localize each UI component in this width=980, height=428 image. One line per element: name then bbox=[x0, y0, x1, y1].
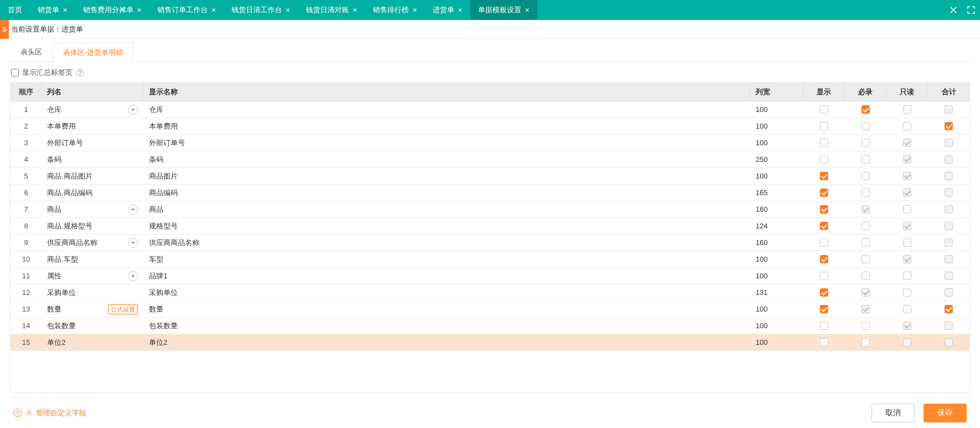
inner-tab[interactable]: 表体区-进货单明细 bbox=[53, 43, 134, 62]
required-checkbox[interactable] bbox=[861, 222, 870, 230]
show-checkbox[interactable] bbox=[820, 238, 828, 247]
cancel-button[interactable]: 取消 bbox=[871, 404, 915, 422]
top-tab[interactable]: 单据模板设置✕ bbox=[470, 0, 537, 20]
show-checkbox[interactable] bbox=[820, 205, 828, 213]
cell-width[interactable]: 100 bbox=[750, 105, 803, 114]
required-checkbox[interactable] bbox=[861, 238, 870, 247]
add-icon[interactable]: + bbox=[128, 238, 138, 248]
help-icon[interactable]: ? bbox=[76, 69, 84, 77]
footer-help-icon[interactable]: ? bbox=[13, 409, 22, 417]
readonly-checkbox[interactable] bbox=[903, 288, 911, 297]
table-row[interactable]: 11属性+品牌1100 bbox=[11, 268, 969, 284]
cell-width[interactable]: 165 bbox=[750, 188, 803, 197]
top-tab[interactable]: 销售排行榜✕ bbox=[365, 0, 425, 20]
show-checkbox[interactable] bbox=[820, 272, 828, 280]
show-checkbox[interactable] bbox=[820, 288, 828, 297]
table-row[interactable]: 15单位2单位2100 bbox=[11, 334, 969, 351]
table-row[interactable]: 2本单费用本单费用100 bbox=[11, 118, 969, 135]
show-checkbox[interactable] bbox=[820, 305, 828, 313]
cell-display-name[interactable]: 商品编码 bbox=[143, 188, 750, 198]
cell-width[interactable]: 100 bbox=[750, 139, 803, 147]
cell-width[interactable]: 100 bbox=[750, 172, 803, 180]
cell-width[interactable]: 131 bbox=[750, 288, 803, 297]
show-checkbox[interactable] bbox=[820, 188, 828, 197]
show-checkbox[interactable] bbox=[820, 122, 828, 130]
required-checkbox[interactable] bbox=[861, 105, 870, 114]
table-row[interactable]: 8商品.规格型号规格型号124 bbox=[11, 218, 969, 235]
show-checkbox[interactable] bbox=[820, 222, 828, 230]
cell-display-name[interactable]: 数量 bbox=[143, 304, 750, 314]
table-row[interactable]: 13数量公式设置数量100 bbox=[11, 301, 969, 318]
table-row[interactable]: 7商品+商品160 bbox=[11, 201, 969, 218]
table-row[interactable]: 12采购单位采购单位131 bbox=[11, 284, 969, 301]
cell-display-name[interactable]: 品牌1 bbox=[143, 271, 750, 281]
show-summary-checkbox[interactable] bbox=[11, 69, 19, 77]
total-checkbox[interactable] bbox=[945, 122, 953, 130]
top-tab[interactable]: 销售费用分摊单✕ bbox=[75, 0, 150, 20]
table-row[interactable]: 3外部订单号外部订单号100 bbox=[11, 135, 969, 151]
top-tab[interactable]: 进货单✕ bbox=[425, 0, 470, 20]
cell-display-name[interactable]: 外部订单号 bbox=[143, 138, 750, 148]
cell-display-name[interactable]: 条码 bbox=[143, 155, 750, 165]
cell-display-name[interactable]: 规格型号 bbox=[143, 221, 750, 231]
readonly-checkbox[interactable] bbox=[903, 272, 911, 280]
top-tab[interactable]: 首页 bbox=[0, 0, 30, 20]
close-icon[interactable]: ✕ bbox=[211, 7, 216, 14]
required-checkbox[interactable] bbox=[861, 322, 870, 330]
add-icon[interactable]: + bbox=[128, 205, 138, 215]
required-checkbox[interactable] bbox=[861, 272, 870, 280]
show-checkbox[interactable] bbox=[820, 155, 828, 164]
show-checkbox[interactable] bbox=[820, 172, 828, 180]
close-icon[interactable]: ✕ bbox=[137, 7, 142, 14]
total-checkbox[interactable] bbox=[945, 305, 953, 313]
readonly-checkbox[interactable] bbox=[903, 238, 911, 247]
formula-tag[interactable]: 公式设置 bbox=[108, 304, 138, 314]
cell-width[interactable]: 250 bbox=[750, 155, 803, 164]
save-button[interactable]: 保存 bbox=[923, 404, 967, 422]
table-row[interactable]: 9供应商商品名称+供应商商品名称160 bbox=[11, 235, 969, 251]
cell-display-name[interactable]: 供应商商品名称 bbox=[143, 238, 750, 248]
manage-custom-fields-link[interactable]: 管理自定义字段 bbox=[36, 408, 86, 418]
required-checkbox[interactable] bbox=[861, 122, 870, 130]
top-tab[interactable]: 销货单✕ bbox=[30, 0, 75, 20]
required-checkbox[interactable] bbox=[861, 155, 870, 164]
required-checkbox[interactable] bbox=[861, 338, 870, 347]
close-tab-icon[interactable] bbox=[945, 0, 962, 20]
top-tab[interactable]: 销售订单工作台✕ bbox=[150, 0, 224, 20]
cell-width[interactable]: 124 bbox=[750, 222, 803, 230]
cell-width[interactable]: 100 bbox=[750, 322, 803, 330]
top-tab[interactable]: 钱货日清工作台✕ bbox=[224, 0, 298, 20]
cell-width[interactable]: 100 bbox=[750, 338, 803, 347]
close-icon[interactable]: ✕ bbox=[525, 7, 530, 14]
fullscreen-icon[interactable] bbox=[962, 0, 980, 20]
close-icon[interactable]: ✕ bbox=[412, 7, 417, 14]
cell-display-name[interactable]: 仓库 bbox=[143, 105, 750, 115]
table-row[interactable]: 1仓库+仓库100 bbox=[11, 101, 969, 118]
show-checkbox[interactable] bbox=[820, 139, 828, 147]
cell-width[interactable]: 100 bbox=[750, 122, 803, 130]
required-checkbox[interactable] bbox=[861, 255, 870, 263]
cell-width[interactable]: 100 bbox=[750, 305, 803, 313]
close-icon[interactable]: ✕ bbox=[285, 7, 290, 14]
readonly-checkbox[interactable] bbox=[903, 105, 911, 114]
add-icon[interactable]: + bbox=[128, 271, 138, 281]
show-checkbox[interactable] bbox=[820, 105, 828, 114]
inner-tab[interactable]: 表头区 bbox=[10, 42, 53, 62]
cell-width[interactable]: 160 bbox=[750, 238, 803, 247]
table-row[interactable]: 6商品.商品编码商品编码165 bbox=[11, 185, 969, 201]
show-checkbox[interactable] bbox=[820, 322, 828, 330]
table-row[interactable]: 5商品.商品图片商品图片100 bbox=[11, 168, 969, 185]
readonly-checkbox[interactable] bbox=[903, 305, 911, 313]
table-row[interactable]: 4条码条码250 bbox=[11, 151, 969, 168]
table-row[interactable]: 10商品.车型车型100 bbox=[11, 251, 969, 268]
close-icon[interactable]: ✕ bbox=[63, 7, 68, 14]
top-tab[interactable]: 钱货日清对账✕ bbox=[298, 0, 365, 20]
cell-width[interactable]: 100 bbox=[750, 272, 803, 280]
add-icon[interactable]: + bbox=[128, 105, 138, 115]
readonly-checkbox[interactable] bbox=[903, 122, 911, 130]
required-checkbox[interactable] bbox=[861, 188, 870, 197]
required-checkbox[interactable] bbox=[861, 139, 870, 147]
cell-display-name[interactable]: 商品 bbox=[143, 205, 750, 215]
cell-display-name[interactable]: 商品图片 bbox=[143, 171, 750, 181]
cell-display-name[interactable]: 单位2 bbox=[143, 338, 750, 348]
